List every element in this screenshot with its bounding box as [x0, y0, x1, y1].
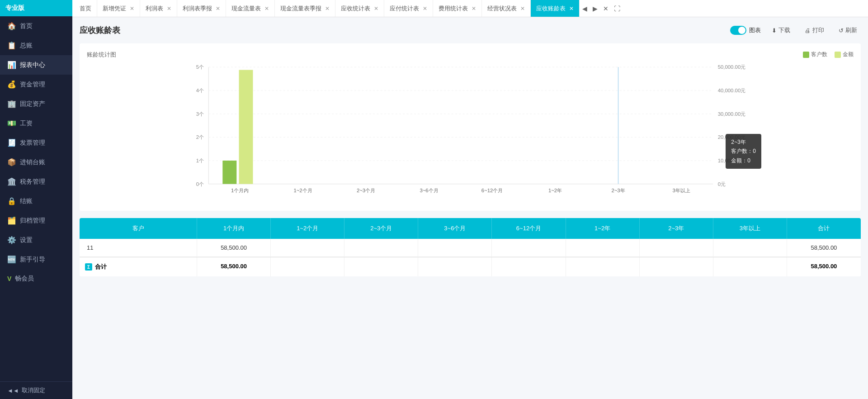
footer-y23 — [640, 257, 713, 276]
sidebar-item-label: 工资 — [20, 119, 33, 128]
download-icon: ⬇ — [772, 27, 777, 34]
tab-close-icon[interactable]: ✕ — [325, 5, 330, 12]
guide-icon: 🆕 — [7, 255, 16, 264]
cell-m612 — [492, 239, 566, 256]
sidebar-item-sales[interactable]: 📦 进销台账 — [0, 152, 72, 172]
cell-y23 — [640, 239, 713, 256]
tab-close-icon[interactable]: ✕ — [520, 5, 525, 12]
cell-m1: 58,500.00 — [197, 239, 271, 256]
legend-customers-color — [803, 52, 809, 58]
svg-text:5个: 5个 — [196, 64, 204, 70]
col-header-y12: 1~2年 — [566, 218, 640, 239]
tab-label: 费用统计表 — [439, 5, 468, 13]
legend-customers-label: 客户数 — [811, 51, 827, 58]
sidebar-item-label: 畅会员 — [15, 275, 34, 283]
unpin-icon: ◄◄ — [7, 387, 19, 394]
legend-amount: 金额 — [835, 51, 854, 58]
tab-ap-stat[interactable]: 应付统计表 ✕ — [384, 0, 433, 17]
svg-text:10,000.00元: 10,000.00元 — [718, 158, 746, 163]
sidebar-item-label: 税务管理 — [20, 178, 45, 186]
content-area: 应收账龄表 图表 ⬇ 下载 🖨 打印 ↺ 刷新 — [72, 17, 868, 399]
tab-close-icon[interactable]: ✕ — [264, 5, 269, 12]
cell-y12 — [566, 239, 640, 256]
footer-m36 — [418, 257, 492, 276]
ledger-icon: 📋 — [7, 41, 16, 50]
sidebar-item-archive[interactable]: 🗂️ 归档管理 — [0, 211, 72, 230]
sidebar-item-label: 首页 — [20, 22, 33, 30]
tab-close-icon[interactable]: ✕ — [130, 5, 134, 12]
tab-profit-quarter[interactable]: 利润表季报 ✕ — [177, 0, 226, 17]
tab-home[interactable]: 首页 — [74, 0, 97, 17]
salary-icon: 💵 — [7, 119, 16, 128]
footer-m1: 58,500.00 — [197, 257, 271, 276]
print-icon: 🖨 — [805, 27, 811, 34]
tab-prev-button[interactable]: ◀ — [580, 0, 590, 17]
sidebar-item-guide[interactable]: 🆕 新手引导 — [0, 250, 72, 269]
cell-m12 — [271, 239, 344, 256]
bar-amount-0 — [239, 70, 253, 184]
home-icon: 🏠 — [7, 22, 16, 30]
sidebar-item-home[interactable]: 🏠 首页 — [0, 16, 72, 36]
tab-close-icon[interactable]: ✕ — [216, 5, 220, 12]
tab-close-icon[interactable]: ✕ — [374, 5, 378, 12]
tab-maximize-button[interactable]: ⛶ — [611, 0, 623, 17]
tab-close-icon[interactable]: ✕ — [569, 5, 574, 12]
sidebar-item-label: 设置 — [20, 236, 33, 244]
vip-icon: V — [7, 275, 11, 282]
chart-toggle[interactable] — [730, 26, 746, 35]
footer-label-text: 合计 — [95, 263, 107, 271]
col-header-y23: 2~3年 — [640, 218, 713, 239]
col-header-total: 合计 — [787, 218, 861, 239]
tab-ar-stat[interactable]: 应收统计表 ✕ — [335, 0, 384, 17]
sidebar-item-label: 发票管理 — [20, 139, 45, 147]
settings-icon: ⚙️ — [7, 236, 16, 244]
col-header-m12: 1~2个月 — [271, 218, 344, 239]
sidebar-item-label: 资金管理 — [20, 81, 45, 89]
chart-title: 账龄统计图 — [87, 51, 854, 59]
sidebar-item-reports[interactable]: 📊 报表中心 — [0, 55, 72, 75]
legend-amount-color — [835, 52, 841, 58]
tab-label: 现金流量表 — [231, 5, 261, 13]
footer-m23 — [344, 257, 418, 276]
svg-text:3~6个月: 3~6个月 — [420, 188, 438, 193]
download-button[interactable]: ⬇ 下载 — [768, 24, 794, 36]
cell-customer: 11 — [80, 239, 197, 256]
table-header: 客户 1个月内 1~2个月 2~3个月 3~6个月 6~12个月 1~2年 2~… — [80, 218, 861, 239]
sidebar-item-salary[interactable]: 💵 工资 — [0, 114, 72, 133]
sidebar-item-vip[interactable]: V 畅会员 — [0, 269, 72, 288]
data-table: 客户 1个月内 1~2个月 2~3个月 3~6个月 6~12个月 1~2年 2~… — [80, 218, 861, 276]
sidebar: 专业版 🏠 首页 📋 总账 📊 报表中心 💰 资金管理 🏢 固定资产 💵 工资 … — [0, 0, 72, 399]
tab-profit[interactable]: 利润表 ✕ — [140, 0, 177, 17]
sidebar-item-invoice[interactable]: 🧾 发票管理 — [0, 133, 72, 152]
tab-close-icon[interactable]: ✕ — [423, 5, 427, 12]
sidebar-item-ledger[interactable]: 📋 总账 — [0, 36, 72, 55]
print-button[interactable]: 🖨 打印 — [801, 24, 828, 36]
sidebar-item-settings[interactable]: ⚙️ 设置 — [0, 230, 72, 250]
unpin-button[interactable]: ◄◄ 取消固定 — [0, 381, 72, 399]
sidebar-item-label: 报表中心 — [20, 61, 45, 69]
tab-close-icon[interactable]: ✕ — [472, 5, 476, 12]
tab-next-button[interactable]: ▶ — [590, 0, 600, 17]
sidebar-item-fund[interactable]: 💰 资金管理 — [0, 75, 72, 94]
sidebar-item-close[interactable]: 🔒 结账 — [0, 191, 72, 211]
sidebar-item-tax[interactable]: 🏛️ 税务管理 — [0, 172, 72, 191]
refresh-button[interactable]: ↺ 刷新 — [835, 24, 861, 36]
tab-expense-stat[interactable]: 费用统计表 ✕ — [433, 0, 482, 17]
tab-label: 应收账龄表 — [536, 5, 566, 13]
svg-text:1~2年: 1~2年 — [548, 188, 562, 193]
chart-toggle-label: 图表 — [749, 26, 761, 34]
bar-chart: 0个 1个 2个 3个 4个 5个 0元 10,000.00元 20,000.0… — [87, 62, 854, 203]
tab-cashflow[interactable]: 现金流量表 ✕ — [226, 0, 275, 17]
svg-text:0元: 0元 — [718, 181, 726, 187]
tab-close-icon[interactable]: ✕ — [167, 5, 171, 12]
archive-icon: 🗂️ — [7, 216, 16, 225]
tab-voucher[interactable]: 新增凭证 ✕ — [97, 0, 140, 17]
tab-business-stat[interactable]: 经营状况表 ✕ — [482, 0, 531, 17]
footer-total: 58,500.00 — [787, 257, 861, 276]
sidebar-item-assets[interactable]: 🏢 固定资产 — [0, 94, 72, 114]
tab-cashflow-quarter[interactable]: 现金流量表季报 ✕ — [275, 0, 335, 17]
svg-text:20,000.00元: 20,000.00元 — [718, 134, 746, 140]
tab-close-all-button[interactable]: ✕ — [600, 0, 611, 17]
tab-ar-aging[interactable]: 应收账龄表 ✕ — [531, 0, 580, 17]
chart-toggle-wrap: 图表 — [730, 26, 761, 35]
